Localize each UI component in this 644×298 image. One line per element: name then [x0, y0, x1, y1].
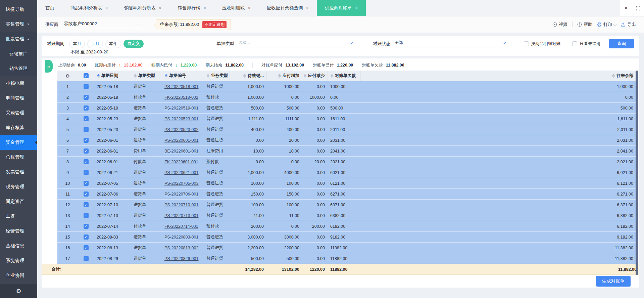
table-row[interactable]: 15✓2022-08-03进货单PS-20220803-001普通进货3,000… [57, 232, 636, 243]
status-select[interactable]: 全部 [395, 40, 505, 47]
ellipsis-icon[interactable]: ··· [137, 22, 142, 26]
period-range[interactable]: 不限 至 2022-09-20 [47, 49, 634, 55]
close-icon[interactable]: × [248, 5, 251, 11]
table-row[interactable]: 8✓2022-06-01付款单FK-20220601-001预付款0.000.0… [57, 157, 636, 167]
sort-icon[interactable] [165, 74, 167, 78]
table-row[interactable]: 6✓2022-06-01进货单PS-20220601-001普通进货0.0020… [57, 135, 636, 146]
table-row[interactable]: 14✓2022-07-14付款单FK-20220714-001预付款200.00… [57, 221, 636, 232]
scrollbar-thumb[interactable] [636, 71, 638, 275]
doc-no-link[interactable]: FK-20220714-001 [164, 224, 198, 229]
sidebar-item-15[interactable]: 工资 [0, 209, 37, 224]
doc-no-link[interactable]: PS-20220523-002 [164, 127, 198, 132]
row-checkbox[interactable]: ✓ [78, 116, 94, 121]
generate-statement-button[interactable]: 生成对账单 [596, 276, 631, 287]
sidebar-item-10[interactable]: 资金管理 [0, 135, 37, 150]
action-export[interactable]: 导出 [621, 22, 636, 28]
sidebar-item-16[interactable]: 经营管理 [0, 224, 37, 239]
table-row[interactable]: 3✓2022-05-19进货单PS-20220519-001普通进货500.00… [57, 103, 636, 114]
detail-checkbox[interactable]: 按商品明细对账 [524, 41, 561, 47]
close-icon[interactable]: × [105, 5, 108, 11]
column-header-8[interactable]: 对账单欠款 [328, 71, 360, 81]
row-checkbox[interactable]: ✓ [78, 224, 94, 229]
sidebar-item-11[interactable]: 总账管理 [0, 150, 37, 165]
row-checkbox[interactable]: ✓ [78, 148, 94, 154]
doc-no-link[interactable]: PS-20220518-001 [164, 84, 198, 89]
supplier-field[interactable]: 零散客户000002 ··· [64, 21, 142, 28]
sidebar-item-17[interactable]: 基础信息 [0, 239, 37, 253]
sort-icon[interactable] [134, 74, 137, 78]
tab-6[interactable]: 应收应付余额查询× [259, 0, 317, 16]
table-row[interactable]: 5✓2022-05-23进货单PS-20220523-002普通进货400.00… [57, 124, 636, 135]
doc-no-link[interactable]: PS-20220601-001 [164, 138, 198, 143]
row-checkbox[interactable]: ✓ [78, 245, 94, 250]
table-row[interactable]: 16✓2022-08-13进货单PS-20220813-002普通进货2,200… [57, 243, 636, 253]
search-button[interactable]: 查询 [609, 39, 634, 48]
sort-icon[interactable] [278, 74, 281, 78]
close-icon[interactable]: × [306, 5, 309, 11]
doc-no-link[interactable]: PS-20220519-001 [164, 106, 198, 111]
table-row[interactable]: 7✓2022-06-01费用单BE-20220601-001往来费用10.001… [57, 146, 636, 157]
sidebar-item-19[interactable]: 企业协同 [0, 268, 37, 283]
tab-4[interactable]: 销售排行榜× [169, 0, 214, 16]
sidebar-item-7[interactable]: 电商管理 [0, 91, 37, 105]
close-icon[interactable]: × [203, 5, 206, 11]
expand-panel-button[interactable]: » [45, 60, 53, 73]
action-question-circle[interactable]: 帮助 [577, 22, 592, 28]
doc-no-link[interactable]: PS-20220523-001 [164, 117, 198, 121]
tab-3[interactable]: 销售毛利分析表× [116, 0, 170, 16]
sidebar-item-5[interactable]: 销售管理 [0, 61, 37, 76]
doc-no-link[interactable]: PS-20220706-001 [164, 192, 198, 197]
period-pill-4[interactable]: 自定义 [123, 40, 144, 48]
table-row[interactable]: 10✓2022-07-05进货单PS-20220705-003普通进货100.0… [57, 178, 636, 189]
sidebar-item-8[interactable]: 采购管理 [0, 105, 37, 120]
row-checkbox[interactable]: ✓ [78, 159, 94, 164]
doc-no-link[interactable]: PS-20220829-001 [164, 256, 198, 261]
sidebar-item-13[interactable]: 税务管理 [0, 179, 37, 194]
period-pill-3[interactable]: 本年 [105, 40, 121, 48]
column-header-9[interactable]: 往来余额 [595, 71, 636, 81]
window-close-button[interactable]: × [620, 0, 632, 16]
tab-2[interactable]: 商品毛利分析表× [62, 0, 116, 16]
doc-no-link[interactable]: PS-20220803-001 [164, 235, 198, 240]
tab-5[interactable]: 应收明细账× [214, 0, 259, 16]
sort-icon[interactable] [207, 74, 209, 78]
doc-no-link[interactable]: FK-20220601-001 [164, 160, 198, 164]
sidebar-settings-button[interactable]: ⚙ [0, 284, 37, 298]
doc-no-link[interactable]: PS-20220621-001 [164, 170, 198, 175]
tab-1[interactable]: 首页 [37, 0, 62, 16]
table-row[interactable]: 4✓2022-05-23进货单PS-20220523-001普通进货1,111.… [57, 114, 636, 124]
column-header-4[interactable]: 业务类型 [204, 71, 230, 81]
row-checkbox[interactable]: ✓ [78, 105, 94, 111]
row-checkbox[interactable]: ✓ [78, 127, 94, 132]
table-row[interactable]: 9✓2022-06-21进货单PS-20220621-001普通进货4,000.… [57, 167, 636, 178]
column-header-6[interactable]: 应付增加 [266, 71, 302, 81]
close-icon[interactable]: × [355, 5, 358, 11]
column-header-3[interactable]: 单据编号 [162, 71, 204, 81]
period-pill-1[interactable]: 本月 [69, 40, 85, 48]
sidebar-item-14[interactable]: 固定资产 [0, 194, 37, 209]
doc-no-link[interactable]: BE-20220601-001 [164, 149, 198, 154]
doc-no-link[interactable]: PS-20220713-001 [164, 213, 198, 218]
doc-type-select[interactable]: 选择... [238, 40, 352, 47]
sort-icon[interactable] [97, 74, 100, 78]
action-printer[interactable]: 打印 [597, 22, 616, 28]
row-checkbox[interactable]: ✓ [78, 213, 94, 218]
row-checkbox[interactable]: ✓ [78, 235, 94, 240]
table-row[interactable]: 12✓2022-07-10进货单PS-20220710-001普通进货100.0… [57, 200, 636, 210]
action-play-circle[interactable]: 视频 [552, 22, 567, 28]
sort-icon[interactable] [243, 74, 246, 78]
sidebar-item-4[interactable]: 营销推广 [0, 46, 37, 61]
row-checkbox[interactable]: ✓ [78, 191, 94, 197]
sidebar-item-1[interactable]: 快捷导航 [0, 2, 37, 17]
column-header-1[interactable]: 单据日期 [94, 71, 131, 81]
table-row[interactable]: 2✓2022-05-18付款单FK-20220518-002预付款1,000.0… [57, 92, 636, 103]
doc-no-link[interactable]: PS-20220710-001 [164, 203, 198, 207]
column-header-5[interactable]: 待核销... [230, 71, 266, 81]
row-checkbox[interactable]: ✓ [78, 95, 94, 100]
table-row[interactable]: 17✓2022-08-29进货单PS-20220829-001普通进货500.0… [57, 253, 636, 264]
select-all-checkbox[interactable]: ✓ [78, 71, 94, 81]
sidebar-item-2[interactable]: 零售管理▼ [0, 17, 37, 32]
doc-no-link[interactable]: PS-20220705-003 [164, 181, 198, 186]
table-row[interactable]: 13✓2022-07-13进货单PS-20220713-001普通进货11.00… [57, 210, 636, 221]
sidebar-item-12[interactable]: 发票管理 [0, 165, 37, 179]
